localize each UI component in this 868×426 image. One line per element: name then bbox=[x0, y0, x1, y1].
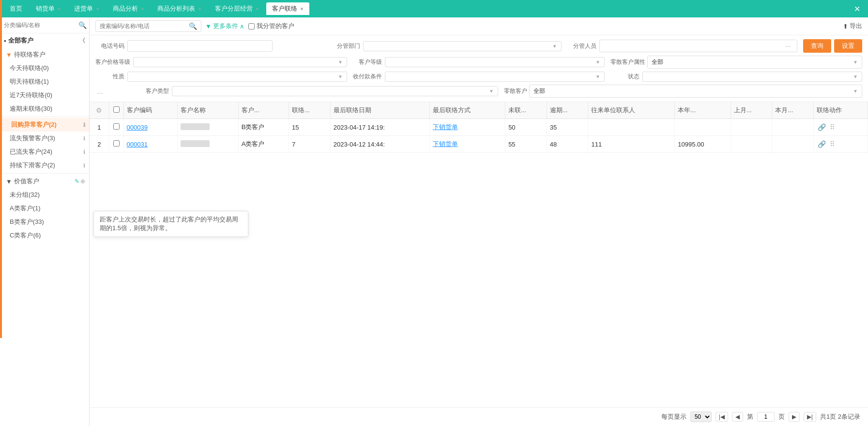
search-box: 🔍 bbox=[95, 20, 201, 32]
filter-bar: 🔍 ▼ 更多条件 ∧ 我分管的客户 ⬆ 导出 bbox=[90, 17, 868, 35]
close-window-button[interactable]: ✕ bbox=[850, 4, 864, 14]
prev-page-button[interactable]: ◀ bbox=[732, 412, 743, 422]
row-2-select-checkbox[interactable] bbox=[113, 140, 120, 147]
row-1-last-month bbox=[731, 119, 772, 136]
tab-home[interactable]: 首页 bbox=[4, 2, 28, 15]
close-tab-sales-order[interactable]: × bbox=[58, 6, 61, 12]
sidebar-item-today-contact[interactable]: 今天待联络(0) bbox=[0, 61, 89, 75]
table-row: 1 000039 B类客户 bbox=[90, 119, 868, 136]
sidebar-item-churn-warning[interactable]: 流失预警客户(3) ℹ bbox=[0, 132, 89, 145]
col-header-last-contact-date: 最后联络日期 bbox=[330, 102, 429, 119]
phone-input[interactable] bbox=[127, 40, 273, 52]
close-tab-purchase-order[interactable]: × bbox=[96, 6, 99, 12]
tab-product-analysis-list[interactable]: 商品分析列表 × bbox=[152, 2, 207, 15]
tab-sales-order[interactable]: 销货单 × bbox=[30, 2, 66, 15]
customer-type-select[interactable]: ▼ bbox=[172, 86, 498, 96]
sidebar-item-overdue-contact[interactable]: 逾期未联络(30) bbox=[0, 102, 89, 116]
sidebar-item-class-b[interactable]: B类客户(33) bbox=[0, 215, 89, 229]
department-select[interactable]: ▼ bbox=[363, 41, 561, 51]
table-settings-icon[interactable]: ⚙ bbox=[96, 106, 102, 114]
per-page-label: 每页显示 bbox=[661, 412, 686, 421]
sidebar-item-declining[interactable]: 持续下滑客户(2) ℹ bbox=[0, 159, 89, 172]
sidebar-group-pending-contact[interactable]: ▼ 待联络客户 bbox=[0, 48, 89, 61]
row-2-contact-icon[interactable]: 🔗 bbox=[818, 140, 826, 148]
retail-attr-select[interactable]: 全部 ▼ bbox=[647, 56, 862, 69]
manager-select[interactable]: ··· bbox=[599, 40, 797, 52]
row-2-more-icon[interactable]: ⠿ bbox=[830, 140, 835, 148]
customer-level-select[interactable]: ▼ bbox=[385, 57, 605, 67]
next-page-button[interactable]: ▶ bbox=[789, 412, 800, 422]
sidebar-item-tomorrow-contact[interactable]: 明天待联络(1) bbox=[0, 75, 89, 88]
row-1-last-contact-method[interactable]: 下销货单 bbox=[429, 119, 505, 136]
close-tab-product-analysis-list[interactable]: × bbox=[198, 6, 201, 12]
churned-info-icon[interactable]: ℹ bbox=[83, 149, 85, 155]
row-2-unread: 55 bbox=[505, 136, 547, 153]
pagination-bar: 每页显示 50 |◀ ◀ 第 页 ▶ ▶| 共1页 2条记录 bbox=[90, 407, 868, 426]
sidebar-collapse-btn[interactable]: 《 bbox=[79, 37, 85, 45]
sidebar-item-class-a[interactable]: A类客户(1) bbox=[0, 202, 89, 215]
gender-select[interactable]: ▼ bbox=[127, 72, 347, 82]
sidebar-item-class-c[interactable]: C类客户(6) bbox=[0, 229, 89, 242]
col-header-last-contact-method: 最后联络方式 bbox=[429, 102, 505, 119]
col-header-settings[interactable]: ⚙ bbox=[90, 102, 109, 119]
sidebar-group-value-customers[interactable]: ▼ 价值客户 ✎ ⊕ bbox=[0, 175, 89, 188]
value-group-more-icon[interactable]: ⊕ bbox=[80, 178, 85, 185]
close-tab-customer-layered[interactable]: × bbox=[256, 6, 259, 12]
churn-warning-info-icon[interactable]: ℹ bbox=[83, 135, 85, 142]
sidebar-all-customers-header[interactable]: ▪ 全部客户 《 bbox=[0, 33, 89, 48]
first-page-button[interactable]: |◀ bbox=[716, 412, 728, 422]
tab-customer-layered[interactable]: 客户分层经营 × bbox=[209, 2, 264, 15]
more-filters-button[interactable]: ▼ 更多条件 ∧ bbox=[205, 22, 244, 30]
col-header-checkbox[interactable] bbox=[109, 102, 123, 119]
status-select[interactable]: ▼ bbox=[642, 72, 862, 82]
row-1-contact-count: 15 bbox=[289, 119, 331, 136]
manager-ellipsis-btn[interactable]: ··· bbox=[783, 42, 793, 50]
row-2-code[interactable]: 000031 bbox=[123, 136, 178, 153]
row-2-contact-count: 7 bbox=[289, 136, 331, 153]
close-tab-product-analysis[interactable]: × bbox=[141, 6, 144, 12]
select-all-checkbox[interactable] bbox=[113, 106, 120, 113]
page-number-input[interactable] bbox=[757, 412, 775, 422]
filter-icon: ▼ bbox=[205, 23, 212, 30]
row-1-more-icon[interactable]: ⠿ bbox=[830, 123, 835, 131]
price-level-select[interactable]: ▼ bbox=[133, 57, 347, 67]
row-1-select-checkbox[interactable] bbox=[113, 123, 120, 130]
row-2-this-year: 10995.00 bbox=[675, 136, 731, 153]
search-input[interactable] bbox=[100, 23, 187, 29]
per-page-select[interactable]: 50 bbox=[690, 411, 712, 422]
my-customer-checkbox-label[interactable]: 我分管的客户 bbox=[248, 22, 294, 30]
row-2-last-contact-method[interactable]: 下销货单 bbox=[429, 136, 505, 153]
total-records-label: 共1页 2条记录 bbox=[820, 412, 860, 421]
export-button[interactable]: ⬆ 导出 bbox=[843, 22, 862, 30]
row4-ellipsis[interactable]: ... bbox=[95, 88, 105, 95]
sidebar-item-ungrouped[interactable]: 未分组(32) bbox=[0, 188, 89, 202]
my-customer-checkbox[interactable] bbox=[248, 23, 255, 29]
row-2-this-month bbox=[772, 136, 814, 153]
payment-select[interactable]: ▼ bbox=[385, 72, 605, 82]
sidebar-item-7days-contact[interactable]: 近7天待联络(0) bbox=[0, 88, 89, 102]
tab-customer-contact[interactable]: 客户联络 × bbox=[266, 2, 309, 15]
sidebar-item-repurchase-abnormal[interactable]: 回购异常客户(2) ℹ bbox=[0, 118, 89, 132]
row-1-contact-icon[interactable]: 🔗 bbox=[818, 123, 826, 131]
tab-purchase-order[interactable]: 进货单 × bbox=[68, 2, 105, 15]
declining-info-icon[interactable]: ℹ bbox=[83, 162, 85, 169]
sidebar-search-input[interactable] bbox=[4, 22, 76, 29]
row-1-code[interactable]: 000039 bbox=[123, 119, 178, 136]
value-group-edit-icon[interactable]: ✎ bbox=[75, 178, 79, 185]
row-2-checkbox[interactable] bbox=[109, 136, 123, 153]
close-tab-customer-contact[interactable]: × bbox=[300, 6, 303, 12]
sidebar-search-icon[interactable]: 🔍 bbox=[78, 21, 87, 29]
retail-customer-select[interactable]: 全部 ▼ bbox=[529, 85, 862, 98]
last-page-button[interactable]: ▶| bbox=[804, 412, 816, 422]
customer-level-arrow: ▼ bbox=[595, 59, 600, 65]
row-1-checkbox[interactable] bbox=[109, 119, 123, 136]
setting-button[interactable]: 设置 bbox=[834, 39, 862, 53]
query-button[interactable]: 查询 bbox=[803, 39, 831, 53]
tab-product-analysis[interactable]: 商品分析 × bbox=[107, 2, 150, 15]
row-1-this-year bbox=[675, 119, 731, 136]
filter-payment-field: 收付款条件 ▼ bbox=[353, 72, 605, 82]
search-icon[interactable]: 🔍 bbox=[189, 22, 197, 30]
sidebar-item-churned[interactable]: 已流失客户(24) ℹ bbox=[0, 145, 89, 159]
table-row: 2 000031 A类客户 bbox=[90, 136, 868, 153]
repurchase-info-icon[interactable]: ℹ bbox=[83, 122, 85, 128]
